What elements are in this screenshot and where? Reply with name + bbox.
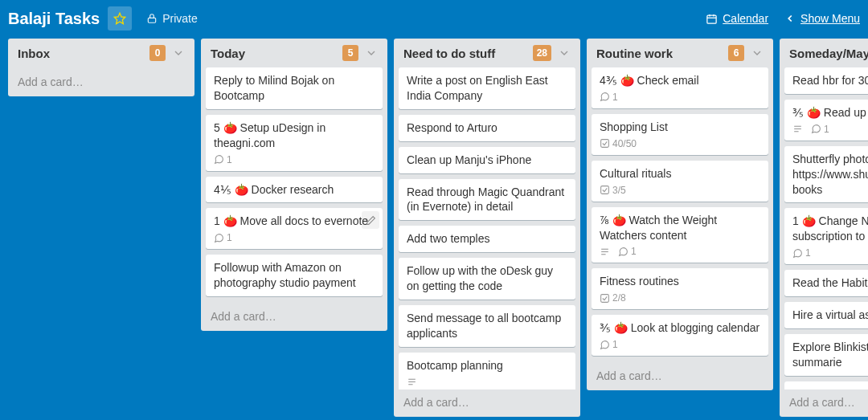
- card[interactable]: Followup with Amazon on photography stud…: [206, 255, 383, 296]
- add-card-button[interactable]: Add a card…: [394, 389, 580, 417]
- list-menu-button[interactable]: [556, 45, 572, 61]
- card[interactable]: Read through Magic Quandrant (in Evernot…: [399, 179, 575, 221]
- checklist-badge: 40/50: [600, 138, 637, 149]
- card[interactable]: Bootcamp planning: [399, 353, 575, 389]
- card[interactable]: Fitness routines2/8: [592, 268, 768, 309]
- comments-count: 1: [612, 339, 618, 350]
- board-header: Balaji Tasks Private Calendar Show Menu: [0, 0, 868, 39]
- card-title: Followup with Amazon on photography stud…: [214, 260, 375, 291]
- add-card-button[interactable]: Add a card…: [780, 389, 868, 417]
- card[interactable]: 4⅗ 🍅 Check email1: [592, 67, 768, 108]
- card[interactable]: 1 🍅 Change Name subscription to M…1: [784, 208, 868, 264]
- card-title: Follow up with the oDesk guy on getting …: [407, 263, 567, 294]
- comments-count: 1: [824, 124, 829, 135]
- add-card-button[interactable]: Add a card…: [587, 363, 773, 390]
- card[interactable]: Hire a virtual assistant: [784, 302, 868, 328]
- checklist-count: 2/8: [612, 292, 626, 304]
- list-header: Routine work6: [587, 39, 773, 64]
- card-title: Write a post on English East India Compa…: [407, 73, 567, 104]
- list-header: Today5: [201, 39, 387, 64]
- card[interactable]: 5 🍅 Setup uDesign in theagni.com1: [206, 115, 383, 171]
- comments-badge: 1: [811, 124, 829, 135]
- add-card-button[interactable]: Add a card…: [8, 69, 194, 96]
- comment-icon: [214, 154, 224, 165]
- list-name[interactable]: Routine work: [596, 47, 728, 60]
- list: Today5Reply to Milind Bojak on Bootcamp5…: [201, 39, 387, 331]
- comments-count: 1: [612, 92, 618, 103]
- card[interactable]: 4⅕ 🍅 Docker research: [206, 177, 383, 203]
- card-title: Shopping List: [600, 120, 760, 135]
- card[interactable]: Explore Blinkist - book summarie: [784, 334, 868, 376]
- privacy-button[interactable]: Private: [138, 6, 206, 31]
- svg-rect-2: [707, 15, 716, 23]
- list-menu-button[interactable]: [749, 45, 765, 61]
- chevron-down-icon: [558, 47, 571, 59]
- card[interactable]: Shopping List40/50: [592, 114, 768, 155]
- card[interactable]: Write a post on English East India Compa…: [399, 67, 575, 109]
- list-name[interactable]: Inbox: [18, 47, 149, 60]
- card[interactable]: Clean up Manju's iPhone: [399, 147, 575, 173]
- chevron-down-icon: [751, 47, 764, 59]
- card[interactable]: ⅗ 🍅 Read up on …1: [784, 100, 868, 141]
- list-count-badge: 0: [149, 45, 166, 61]
- show-menu-label: Show Menu: [800, 12, 860, 25]
- card-title: Read the Habits book: [792, 275, 868, 291]
- lock-icon: [146, 13, 158, 24]
- card[interactable]: 1 🍅 Move all docs to evernote1: [206, 208, 383, 249]
- comment-icon: [214, 233, 224, 243]
- card[interactable]: Shutterfly photo book https://www.shutte…: [784, 146, 868, 203]
- show-menu-button[interactable]: Show Menu: [784, 12, 860, 25]
- svg-rect-10: [601, 186, 609, 194]
- list-name[interactable]: Need to do stuff: [403, 47, 533, 60]
- card[interactable]: Add people to M… website: [784, 381, 868, 389]
- comments-badge: 1: [600, 339, 618, 350]
- card-title: 1 🍅 Change Name subscription to M…: [792, 214, 868, 244]
- list-header: Someday/Maybe: [780, 39, 868, 64]
- card-edit-button[interactable]: [362, 211, 379, 229]
- card[interactable]: Add two temples: [399, 226, 575, 252]
- list: Routine work64⅗ 🍅 Check email1Shopping L…: [587, 39, 773, 390]
- add-card-button[interactable]: Add a card…: [201, 304, 387, 331]
- card-title: ⅞ 🍅 Watch the Weight Watchers content: [600, 213, 760, 243]
- description-badge: [600, 247, 610, 257]
- card[interactable]: Read the Habits book: [784, 270, 868, 296]
- card[interactable]: Send message to all bootcamp applicants: [399, 305, 575, 347]
- card-badges: [407, 377, 567, 387]
- card-badges: 1: [214, 154, 375, 165]
- card-title: Cultural rituals: [600, 166, 760, 181]
- list-name[interactable]: Today: [211, 47, 342, 60]
- list-header: Inbox0: [8, 39, 194, 64]
- list-name[interactable]: Someday/Maybe: [789, 47, 868, 60]
- comment-icon: [811, 124, 821, 134]
- svg-rect-1: [148, 18, 155, 22]
- card[interactable]: Respond to Arturo: [399, 115, 575, 141]
- list-menu-button[interactable]: [170, 45, 186, 61]
- comments-count: 1: [631, 246, 637, 257]
- card[interactable]: Cultural rituals3/5: [592, 161, 768, 202]
- card-badges: 3/5: [600, 185, 760, 196]
- card[interactable]: Read hbr for 30 minutes: [784, 67, 868, 94]
- card-title: Explore Blinkist - book summarie: [792, 340, 868, 370]
- calendar-button[interactable]: Calendar: [706, 12, 768, 25]
- card[interactable]: ⅞ 🍅 Watch the Weight Watchers content1: [592, 207, 768, 263]
- list-menu-button[interactable]: [363, 45, 379, 61]
- comments-badge: 1: [618, 246, 637, 257]
- card-badges: 1: [792, 247, 868, 259]
- checklist-count: 40/50: [612, 138, 637, 149]
- card-badges: 2/8: [600, 292, 760, 304]
- card-title: Read through Magic Quandrant (in Evernot…: [407, 185, 567, 215]
- card[interactable]: ⅗ 🍅 Look at blogging calendar1: [592, 315, 768, 356]
- card-title: 4⅕ 🍅 Docker research: [214, 182, 375, 198]
- calendar-label: Calendar: [723, 12, 768, 25]
- card-title: 4⅗ 🍅 Check email: [600, 73, 760, 88]
- card[interactable]: Follow up with the oDesk guy on getting …: [399, 258, 575, 300]
- board-title[interactable]: Balaji Tasks: [8, 10, 100, 28]
- checklist-badge: 3/5: [600, 185, 626, 196]
- comments-count: 1: [805, 247, 811, 259]
- calendar-icon: [706, 13, 718, 25]
- star-button[interactable]: [108, 6, 132, 31]
- list-cards: 4⅗ 🍅 Check email1Shopping List40/50Cultu…: [587, 64, 773, 363]
- comments-badge: 1: [214, 232, 232, 243]
- card[interactable]: Reply to Milind Bojak on Bootcamp: [206, 67, 383, 109]
- checklist-count: 3/5: [612, 185, 626, 196]
